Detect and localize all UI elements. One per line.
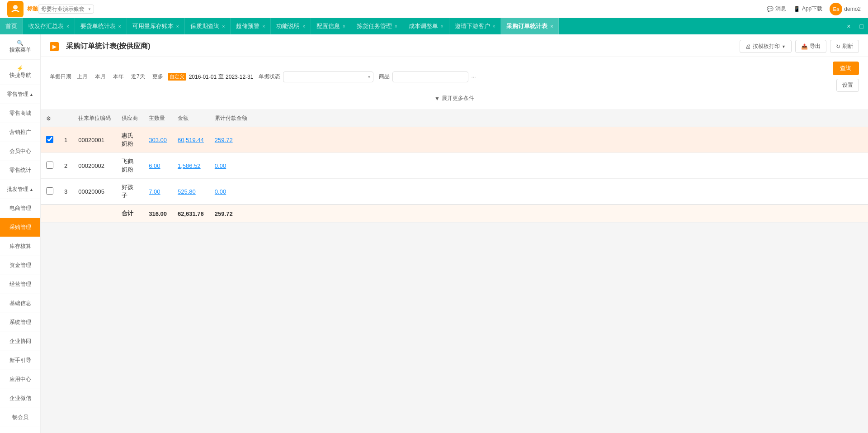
sidebar-item-enterprise[interactable]: 企业协同 xyxy=(0,332,40,351)
row2-checkbox-cell[interactable] xyxy=(41,153,59,179)
tab-peizhi[interactable]: 配置信息 × xyxy=(311,18,351,34)
row2-quantity[interactable]: 6.00 xyxy=(143,153,172,179)
row1-paid-amount[interactable]: 259.72 xyxy=(209,127,253,153)
row2-paid-amount[interactable]: 0.00 xyxy=(209,153,253,179)
goods-more-icon[interactable]: ··· xyxy=(471,74,476,80)
refresh-button[interactable]: ↻ 刷新 xyxy=(830,40,859,53)
tab-shoufacun-label: 收发存汇总表 xyxy=(28,22,64,30)
sidebar-item-marketing[interactable]: 营销推广 xyxy=(0,123,40,142)
row1-extra xyxy=(253,127,868,153)
tab-keyongliang-close[interactable]: × xyxy=(176,24,179,29)
tab-gongneng[interactable]: 功能说明 × xyxy=(271,18,311,34)
tab-shoufacun-close[interactable]: × xyxy=(66,24,69,29)
sidebar-item-operations[interactable]: 经营管理 xyxy=(0,275,40,294)
row3-checkbox[interactable] xyxy=(46,187,53,195)
date-btn-this-month[interactable]: 本月 xyxy=(92,72,108,81)
settings-button[interactable]: 设置 xyxy=(836,79,859,92)
tab-yaoqing[interactable]: 邀请下游客户 × xyxy=(449,18,501,34)
status-filter: 单据状态 xyxy=(259,71,373,82)
status-select[interactable] xyxy=(283,71,373,82)
collapse-toggle[interactable]: ▶ xyxy=(50,42,59,51)
export-button[interactable]: 📤 导出 xyxy=(795,40,826,53)
th-settings[interactable]: ⚙ xyxy=(41,110,59,127)
row3-paid-amount[interactable]: 0.00 xyxy=(209,179,253,205)
wholesale-arrow-icon: ▲ xyxy=(29,187,33,192)
header-actions: 🖨 按模板打印 ▼ 📤 导出 ↻ 刷新 xyxy=(740,40,859,53)
row2-checkbox[interactable] xyxy=(46,162,53,169)
sidebar-item-ecommerce[interactable]: 电商管理 xyxy=(0,199,40,218)
goods-input[interactable] xyxy=(392,71,468,82)
date-btn-7days[interactable]: 近7天 xyxy=(128,72,148,81)
sidebar-item-newbie[interactable]: 新手引导 xyxy=(0,351,40,370)
tab-shoufacun[interactable]: 收发存汇总表 × xyxy=(23,18,75,34)
sidebar-item-wholesale[interactable]: 批发管理 ▲ xyxy=(0,180,40,199)
tab-keyongliang[interactable]: 可用量库存账本 × xyxy=(127,18,185,34)
sidebar-item-purchase[interactable]: 采购管理 xyxy=(0,218,40,237)
avatar-text: Ea xyxy=(833,6,839,12)
tab-chengben-close[interactable]: × xyxy=(441,24,443,29)
tab-jianhuo-close[interactable]: × xyxy=(395,24,397,29)
date-btn-last-month[interactable]: 上月 xyxy=(74,72,90,81)
table-footer: 合计 316.00 62,631.76 259.72 xyxy=(41,205,868,223)
row3-supplier: 好孩子 xyxy=(116,179,143,205)
print-button[interactable]: 🖨 按模板打印 ▼ xyxy=(740,40,792,53)
app-download-item[interactable]: 📱 App下载 xyxy=(793,5,822,13)
expand-more-row[interactable]: ▼ 展开更多条件 xyxy=(50,92,859,105)
sidebar-item-retail-mgmt[interactable]: 零售管理 ▲ xyxy=(0,85,40,104)
sidebar-item-changhui[interactable]: 畅会员 xyxy=(0,408,40,427)
message-item[interactable]: 💬 消息 xyxy=(767,5,786,13)
row3-checkbox-cell[interactable] xyxy=(41,179,59,205)
tab-jianhuo[interactable]: 拣货任务管理 × xyxy=(351,18,403,34)
status-select-wrapper[interactable] xyxy=(283,71,373,82)
nav-maximize-btn[interactable]: □ xyxy=(855,18,868,34)
tab-gongneng-label: 功能说明 xyxy=(276,22,300,30)
tab-home[interactable]: 首页 xyxy=(0,18,23,34)
tab-caigou-close[interactable]: × xyxy=(550,24,553,29)
logo-text: 标题 xyxy=(27,5,38,13)
sidebar-item-system[interactable]: 系统管理 xyxy=(0,313,40,332)
row1-amount[interactable]: 60,519.44 xyxy=(172,127,209,153)
table-row[interactable]: 1 00020001 惠氏奶粉 303.00 60,519.44 259.72 xyxy=(41,127,868,153)
sidebar-item-retail-stats[interactable]: 零售统计 xyxy=(0,161,40,180)
sidebar-item-finance[interactable]: 资金管理 xyxy=(0,256,40,275)
tab-chengben[interactable]: 成本调整单 × xyxy=(403,18,449,34)
row1-unit-code: 00020001 xyxy=(73,127,116,153)
breadcrumb-select-wrapper[interactable]: 母婴行业演示账套 xyxy=(38,5,94,14)
row1-quantity[interactable]: 303.00 xyxy=(143,127,172,153)
tab-chaochuyujing-close[interactable]: × xyxy=(262,24,265,29)
date-btn-more[interactable]: 更多 xyxy=(150,72,166,81)
top-bar: 标题 母婴行业演示账套 💬 消息 📱 App下载 Ea demo2 xyxy=(0,0,868,18)
tab-gongneng-close[interactable]: × xyxy=(302,24,305,29)
tab-chaochuyujing[interactable]: 超储预警 × xyxy=(231,18,271,34)
date-btn-this-year[interactable]: 本年 xyxy=(110,72,127,81)
nav-close-btn[interactable]: × xyxy=(842,18,855,34)
tab-yaohuo-close[interactable]: × xyxy=(118,24,121,29)
tab-chengben-label: 成本调整单 xyxy=(409,22,438,30)
sidebar-item-retail-mall[interactable]: 零售商城 xyxy=(0,104,40,123)
tab-yaoqing-close[interactable]: × xyxy=(493,24,495,29)
breadcrumb-select[interactable]: 母婴行业演示账套 xyxy=(38,5,94,14)
sidebar-item-appcenter[interactable]: 应用中心 xyxy=(0,370,40,389)
tab-baozhi[interactable]: 保质期查询 × xyxy=(185,18,231,34)
sidebar-item-basic-info[interactable]: 基础信息 xyxy=(0,294,40,313)
tab-caigou-active[interactable]: 采购订单统计表 × xyxy=(501,18,559,34)
row3-quantity[interactable]: 7.00 xyxy=(143,179,172,205)
filter-row-1: 单据日期 上月 本月 本年 近7天 更多 自定义 2016-01-01 至 20… xyxy=(50,62,859,92)
tab-baozhi-close[interactable]: × xyxy=(222,24,225,29)
tab-peizhi-close[interactable]: × xyxy=(343,24,345,29)
sidebar-item-member[interactable]: 会员中心 xyxy=(0,142,40,161)
row2-amount[interactable]: 1,586.52 xyxy=(172,153,209,179)
user-item[interactable]: Ea demo2 xyxy=(830,3,861,15)
sidebar-item-search[interactable]: 🔍 搜索菜单 xyxy=(0,34,40,60)
sidebar-enterprise-label: 企业协同 xyxy=(4,338,37,345)
sidebar-item-corpwx[interactable]: 企业微信 xyxy=(0,389,40,408)
table-row[interactable]: 2 00020002 飞鹤奶粉 6.00 1,586.52 0.00 xyxy=(41,153,868,179)
row1-checkbox-cell[interactable] xyxy=(41,127,59,153)
sidebar-item-inventory[interactable]: 库存核算 xyxy=(0,237,40,256)
query-button[interactable]: 查询 xyxy=(833,62,859,75)
sidebar-item-quicknav[interactable]: ⚡ 快捷导航 xyxy=(0,60,40,85)
tab-yaohuo[interactable]: 要货单统计表 × xyxy=(75,18,127,34)
row1-checkbox[interactable] xyxy=(46,136,53,143)
table-row[interactable]: 3 00020005 好孩子 7.00 525.80 0.00 xyxy=(41,179,868,205)
row3-amount[interactable]: 525.80 xyxy=(172,179,209,205)
